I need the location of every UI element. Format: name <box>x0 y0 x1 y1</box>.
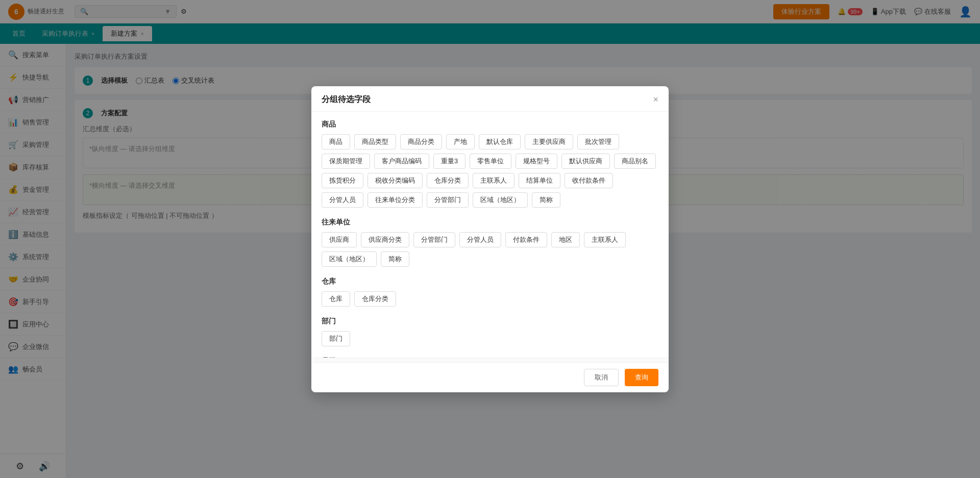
field-tag-0-15[interactable]: 税收分类编码 <box>368 173 423 188</box>
field-tags-1: 供应商供应商分类分管部门分管人员付款条件地区主联系人区域（地区）简称 <box>322 232 658 267</box>
section-title-0: 商品 <box>322 120 658 129</box>
field-tag-1-0[interactable]: 供应商 <box>322 232 357 247</box>
field-tag-0-3[interactable]: 产地 <box>446 134 475 149</box>
field-tag-0-17[interactable]: 主联系人 <box>473 173 514 188</box>
field-tag-2-0[interactable]: 仓库 <box>322 291 350 307</box>
field-tag-0-23[interactable]: 区域（地区） <box>473 192 528 208</box>
field-tag-0-14[interactable]: 拣货积分 <box>322 173 363 188</box>
field-tag-0-9[interactable]: 重量3 <box>433 154 465 169</box>
field-tag-1-5[interactable]: 地区 <box>551 232 580 247</box>
field-tag-1-4[interactable]: 付款条件 <box>505 232 547 247</box>
field-tags-3: 部门 <box>322 331 658 346</box>
field-section-1: 往来单位供应商供应商分类分管部门分管人员付款条件地区主联系人区域（地区）简称 <box>322 218 658 267</box>
field-tag-0-16[interactable]: 仓库分类 <box>427 173 469 188</box>
field-tag-0-6[interactable]: 批次管理 <box>577 134 619 149</box>
field-tag-0-5[interactable]: 主要供应商 <box>525 134 573 149</box>
field-tag-1-7[interactable]: 区域（地区） <box>322 251 377 267</box>
field-tag-0-18[interactable]: 结算单位 <box>519 173 560 188</box>
field-tag-0-4[interactable]: 默认仓库 <box>479 134 521 149</box>
field-tag-0-2[interactable]: 商品分类 <box>400 134 442 149</box>
field-tag-3-0[interactable]: 部门 <box>322 331 350 346</box>
field-tag-1-6[interactable]: 主联系人 <box>584 232 626 247</box>
field-tag-2-1[interactable]: 仓库分类 <box>354 291 396 307</box>
modal-header: 分组待选字段 × <box>311 86 669 112</box>
field-tag-0-12[interactable]: 默认供应商 <box>561 154 610 169</box>
field-tag-1-2[interactable]: 分管部门 <box>413 232 455 247</box>
field-tag-0-13[interactable]: 商品别名 <box>614 154 656 169</box>
field-tag-0-8[interactable]: 客户商品编码 <box>374 154 429 169</box>
cancel-button[interactable]: 取消 <box>584 369 619 386</box>
confirm-button[interactable]: 查询 <box>625 369 658 386</box>
modal-close-button[interactable]: × <box>653 95 658 104</box>
field-tag-0-10[interactable]: 零售单位 <box>470 154 511 169</box>
section-title-1: 往来单位 <box>322 218 658 227</box>
field-tag-0-20[interactable]: 分管人员 <box>322 192 363 208</box>
field-tag-0-24[interactable]: 简称 <box>532 192 560 208</box>
field-tag-0-11[interactable]: 规格型号 <box>516 154 557 169</box>
field-tag-1-1[interactable]: 供应商分类 <box>361 232 409 247</box>
modal-overlay: 分组待选字段 × 商品商品商品类型商品分类产地默认仓库主要供应商批次管理保质期管… <box>0 0 980 478</box>
field-tag-0-21[interactable]: 往来单位分类 <box>368 192 423 208</box>
field-tag-0-19[interactable]: 收付款条件 <box>565 173 613 188</box>
field-tag-0-1[interactable]: 商品类型 <box>354 134 396 149</box>
field-tag-1-3[interactable]: 分管人员 <box>459 232 501 247</box>
modal-dialog: 分组待选字段 × 商品商品商品类型商品分类产地默认仓库主要供应商批次管理保质期管… <box>311 86 669 392</box>
section-title-2: 仓库 <box>322 277 658 286</box>
section-title-3: 部门 <box>322 317 658 326</box>
modal-footer: 取消 查询 <box>311 362 669 392</box>
field-tag-0-7[interactable]: 保质期管理 <box>322 154 370 169</box>
field-section-3: 部门部门 <box>322 317 658 346</box>
modal-hscroll <box>311 358 669 362</box>
field-section-2: 仓库仓库仓库分类 <box>322 277 658 307</box>
field-tag-0-0[interactable]: 商品 <box>322 134 350 149</box>
field-tags-0: 商品商品类型商品分类产地默认仓库主要供应商批次管理保质期管理客户商品编码重量3零… <box>322 134 658 208</box>
field-section-0: 商品商品商品类型商品分类产地默认仓库主要供应商批次管理保质期管理客户商品编码重量… <box>322 120 658 208</box>
field-tag-1-8[interactable]: 简称 <box>381 251 409 267</box>
field-tags-2: 仓库仓库分类 <box>322 291 658 307</box>
modal-body[interactable]: 商品商品商品类型商品分类产地默认仓库主要供应商批次管理保质期管理客户商品编码重量… <box>311 112 669 358</box>
modal-title: 分组待选字段 <box>322 94 371 105</box>
field-tag-0-22[interactable]: 分管部门 <box>427 192 469 208</box>
